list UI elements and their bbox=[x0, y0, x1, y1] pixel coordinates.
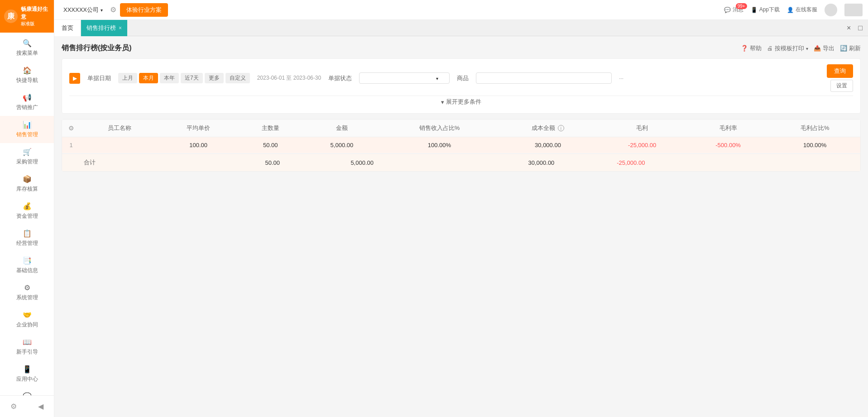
sidebar-item-label-nav: 快捷导航 bbox=[16, 77, 38, 84]
app-download-button[interactable]: 📱 App下载 bbox=[751, 6, 780, 14]
sidebar-item-purchase[interactable]: 🛒 采购管理 bbox=[0, 143, 54, 170]
user-avatar[interactable] bbox=[825, 4, 837, 16]
date-btn-this-year[interactable]: 本年 bbox=[160, 73, 179, 83]
date-btn-this-month[interactable]: 本月 bbox=[139, 73, 158, 83]
column-settings-icon[interactable]: ⚙ bbox=[68, 125, 74, 132]
company-dropdown-icon bbox=[101, 6, 103, 13]
message-badge: 99+ bbox=[736, 3, 747, 9]
sidebar-item-system[interactable]: ⚙ 系统管理 bbox=[0, 279, 54, 306]
expand-conditions-button[interactable]: ▾ 展开更多条件 bbox=[69, 96, 853, 108]
content-area: 销售排行榜(按业务员) ❓ 帮助 🖨 按模板打印 📤 导出 🔄 刷新 bbox=[54, 36, 868, 417]
footer-main-qty: 50.00 bbox=[228, 159, 317, 166]
sidebar-item-label-search: 搜索菜单 bbox=[16, 49, 38, 57]
filter-panel: ▶ 单据日期 上月 本月 本年 近7天 更多 自定义 2023-06-01 至 … bbox=[62, 58, 861, 114]
help-label: 帮助 bbox=[750, 44, 762, 53]
tab-close-button[interactable]: × bbox=[119, 25, 122, 31]
refresh-button[interactable]: 🔄 刷新 bbox=[840, 44, 861, 53]
sidebar-item-marketing[interactable]: 📢 营销推广 bbox=[0, 89, 54, 116]
tab-sales-ranking[interactable]: 销售排行榜 × bbox=[81, 20, 127, 36]
inventory-icon: 📦 bbox=[23, 175, 32, 183]
sidebar-menu: 🔍 搜索菜单 🏠 快捷导航 📢 营销推广 📊 销售管理 🛒 采购管理 📦 库存核… bbox=[0, 33, 54, 395]
sidebar-item-guide[interactable]: 📖 新手引导 bbox=[0, 333, 54, 360]
app-logo-icon: 康 bbox=[4, 9, 18, 24]
th-name: 员工名称 bbox=[80, 120, 159, 137]
sidebar-item-label-sales: 销售管理 bbox=[16, 131, 38, 139]
topbar: XXXXXX公司 ⚙ 体验行业方案 💬 消息 99+ 📱 App下载 👤 在线客… bbox=[54, 0, 868, 20]
date-btn-last-month[interactable]: 上月 bbox=[118, 73, 137, 83]
goods-filter-label: 商品 bbox=[457, 74, 469, 82]
topbar-settings-icon[interactable]: ⚙ bbox=[110, 5, 116, 14]
table-row: 1 100.00 50.00 5,000.00 100.00% 30,000.0… bbox=[62, 137, 860, 153]
cell-sales-pct: 100.00% bbox=[380, 137, 498, 153]
apps-icon: 📱 bbox=[23, 365, 32, 374]
data-table-card: ⚙ 员工名称 平均单价 主数量 金额 销售收入占比% 成本全额 i 毛利 bbox=[62, 119, 861, 172]
cell-rank: 1 bbox=[62, 137, 80, 153]
goods-search-input[interactable] bbox=[476, 72, 612, 84]
sidebar-collapse-button[interactable]: ◀ bbox=[36, 400, 45, 412]
help-icon: ❓ bbox=[741, 45, 748, 52]
cell-cost: 30,000.00 bbox=[498, 137, 597, 153]
settings-button[interactable]: 设置 bbox=[830, 80, 853, 92]
goods-more-button[interactable]: ··· bbox=[619, 75, 623, 81]
footer-profit: -25,000.00 bbox=[586, 159, 676, 166]
footer-label: 合计 bbox=[84, 158, 138, 167]
purchase-icon: 🛒 bbox=[23, 148, 32, 156]
print-icon: 🖨 bbox=[767, 45, 773, 52]
tab-home[interactable]: 首页 bbox=[54, 20, 81, 36]
date-range-display: 2023-06-01 至 2023-06-30 bbox=[257, 74, 321, 82]
sidebar-item-management[interactable]: 📋 经营管理 bbox=[0, 225, 54, 252]
sidebar-item-label-purchase: 采购管理 bbox=[16, 158, 38, 166]
export-button[interactable]: 📤 导出 bbox=[814, 44, 834, 53]
sidebar-logo: 康 畅康通好生意 标准版 bbox=[0, 0, 54, 33]
help-button[interactable]: ❓ 帮助 bbox=[741, 44, 762, 53]
query-button[interactable]: 查询 bbox=[827, 64, 853, 78]
export-icon: 📤 bbox=[814, 45, 821, 52]
trial-button[interactable]: 体验行业方案 bbox=[120, 3, 168, 17]
filter-toggle-button[interactable]: ▶ bbox=[69, 73, 80, 84]
cell-name bbox=[80, 137, 159, 153]
sidebar-item-sales[interactable]: 📊 销售管理 bbox=[0, 116, 54, 143]
print-button[interactable]: 🖨 按模板打印 bbox=[767, 44, 808, 53]
sidebar-item-inventory[interactable]: 📦 库存核算 bbox=[0, 170, 54, 197]
date-btn-7days[interactable]: 近7天 bbox=[181, 73, 203, 83]
print-label: 按模板打印 bbox=[775, 44, 804, 53]
sidebar-settings-button[interactable]: ⚙ bbox=[9, 400, 19, 412]
sidebar-item-label-inventory: 库存核算 bbox=[16, 185, 38, 193]
download-icon: 📱 bbox=[751, 7, 758, 13]
page-title: 销售排行榜(按业务员) bbox=[62, 43, 132, 53]
sidebar-item-label-basics: 基础信息 bbox=[16, 267, 38, 274]
online-service-button[interactable]: 👤 在线客服 bbox=[787, 6, 817, 14]
status-filter-label: 单据状态 bbox=[328, 74, 352, 82]
cost-info-icon[interactable]: i bbox=[558, 125, 564, 131]
sidebar-item-basics[interactable]: 📑 基础信息 bbox=[0, 252, 54, 279]
app-download-label: App下载 bbox=[759, 6, 780, 14]
sidebar-item-label-system: 系统管理 bbox=[16, 294, 38, 302]
tab-actions: × □ bbox=[845, 22, 868, 34]
app-name: 畅康通好生意 bbox=[21, 5, 50, 21]
tab-label: 销售排行榜 bbox=[86, 24, 116, 32]
main-area: XXXXXX公司 ⚙ 体验行业方案 💬 消息 99+ 📱 App下载 👤 在线客… bbox=[54, 0, 868, 417]
sidebar-item-enterprise[interactable]: 🤝 企业协同 bbox=[0, 306, 54, 333]
sidebar-item-nav[interactable]: 🏠 快捷导航 bbox=[0, 62, 54, 89]
date-btn-more[interactable]: 更多 bbox=[205, 73, 224, 83]
expand-label: 展开更多条件 bbox=[446, 98, 481, 106]
sidebar-item-apps[interactable]: 📱 应用中心 bbox=[0, 360, 54, 388]
tab-maximize-button[interactable]: □ bbox=[856, 22, 864, 34]
sidebar-item-search[interactable]: 🔍 搜索菜单 bbox=[0, 34, 54, 62]
message-button[interactable]: 💬 消息 99+ bbox=[724, 6, 743, 14]
date-btn-custom[interactable]: 自定义 bbox=[225, 73, 250, 83]
th-settings: ⚙ bbox=[62, 120, 80, 137]
sidebar: 康 畅康通好生意 标准版 🔍 搜索菜单 🏠 快捷导航 📢 营销推广 📊 销售管理… bbox=[0, 0, 54, 417]
cell-avg-price: 100.00 bbox=[159, 137, 238, 153]
tab-minimize-button[interactable]: × bbox=[845, 22, 853, 34]
refresh-icon: 🔄 bbox=[840, 45, 847, 52]
company-selector[interactable]: XXXXXX公司 bbox=[60, 4, 106, 16]
management-icon: 📋 bbox=[23, 229, 32, 238]
sidebar-item-finance[interactable]: 💰 资金管理 bbox=[0, 197, 54, 225]
status-select[interactable] bbox=[359, 72, 450, 84]
cell-main-qty: 50.00 bbox=[238, 137, 303, 153]
print-dropdown-icon bbox=[806, 45, 808, 52]
table-footer: 合计 50.00 5,000.00 30,000.00 -25,000.00 bbox=[62, 153, 860, 171]
table-header-row: ⚙ 员工名称 平均单价 主数量 金额 销售收入占比% 成本全额 i 毛利 bbox=[62, 120, 860, 137]
sidebar-item-wechat[interactable]: 💬 企业微信 bbox=[0, 388, 54, 395]
